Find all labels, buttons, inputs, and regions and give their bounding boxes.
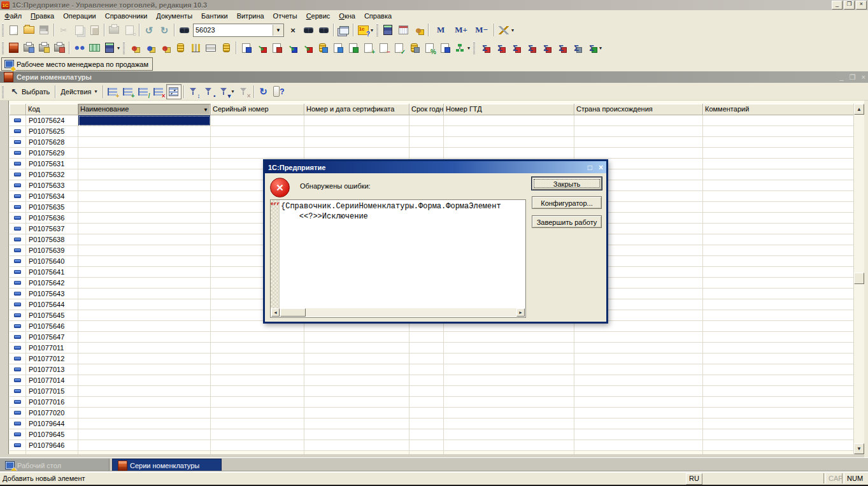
cell-empty[interactable] (78, 115, 211, 126)
cell-empty[interactable] (211, 126, 304, 137)
language-indicator[interactable]: RU (686, 473, 702, 485)
calculator-icon[interactable] (380, 22, 395, 38)
cell-empty[interactable] (304, 386, 409, 397)
cell-code[interactable]: P01075644 (26, 299, 78, 310)
cell-empty[interactable] (78, 159, 211, 169)
dialog-button-завершитьработу[interactable]: Завершить работу (532, 215, 602, 228)
workspace-button[interactable]: ◆ Рабочее место менеджера по продажам (1, 57, 153, 71)
row-marker-icon[interactable] (10, 289, 26, 299)
cell-empty[interactable] (409, 137, 444, 148)
cell-empty[interactable] (444, 148, 574, 159)
security-icon[interactable]: ☻ (411, 22, 426, 38)
cell-empty[interactable] (78, 310, 211, 321)
cell-empty[interactable] (703, 180, 855, 191)
cell-empty[interactable] (444, 354, 574, 364)
minimize-icon[interactable]: _ (832, 1, 843, 10)
row-marker-icon[interactable] (10, 386, 26, 397)
cell-empty[interactable] (211, 332, 304, 343)
cell-empty[interactable] (304, 397, 409, 408)
cell-code[interactable]: P01077013 (26, 364, 78, 375)
dropdown-arrow-icon[interactable]: ▾ (117, 45, 120, 51)
cell-code[interactable]: P01075635 (26, 202, 78, 213)
cell-empty[interactable] (444, 375, 574, 386)
cell-empty[interactable] (78, 256, 211, 267)
cell-empty[interactable] (574, 148, 703, 159)
column-header-страна происхождения[interactable]: Страна происхождения (574, 104, 703, 115)
windows-icon[interactable] (336, 22, 351, 38)
cell-empty[interactable] (78, 375, 211, 386)
row-marker-icon[interactable] (10, 375, 26, 386)
cell-code[interactable]: P01075643 (26, 289, 78, 299)
table-row[interactable]: P01075647 (10, 332, 855, 343)
menu-item-бантики[interactable]: Бантики (197, 11, 232, 20)
stock-chart-icon[interactable] (188, 40, 203, 55)
cell-empty[interactable] (703, 321, 855, 332)
cell-empty[interactable] (409, 115, 444, 126)
cell-code[interactable]: P01077012 (26, 354, 78, 364)
actions-button[interactable]: Действия▾ (57, 85, 100, 99)
print-preview-icon[interactable]: ○ (122, 22, 137, 38)
cell-empty[interactable] (444, 408, 574, 418)
cell-code[interactable]: P01077016 (26, 397, 78, 408)
totals-check-icon[interactable]: Σ (584, 40, 599, 55)
cell-empty[interactable] (409, 375, 444, 386)
menu-item-витрина[interactable]: Витрина (232, 11, 269, 20)
show-marked-icon[interactable] (166, 84, 181, 99)
cell-empty[interactable] (78, 299, 211, 310)
tools-icon[interactable] (496, 22, 511, 38)
cell-empty[interactable] (703, 159, 855, 169)
counterparties-icon[interactable]: ☻☻ (71, 40, 87, 55)
row-marker-icon[interactable] (10, 278, 26, 289)
find-next-icon[interactable] (301, 22, 316, 38)
cell-empty[interactable] (78, 224, 211, 234)
calendar-icon[interactable] (395, 22, 411, 38)
child-close-icon[interactable]: × (862, 73, 865, 82)
doc-person-icon[interactable] (437, 40, 452, 55)
row-marker-icon[interactable] (10, 159, 26, 169)
select-button[interactable]: ↖Выбрать (6, 85, 53, 99)
menu-item-отчеты[interactable]: Отчеты (269, 11, 302, 20)
cell-empty[interactable] (409, 148, 444, 159)
row-marker-icon[interactable] (10, 267, 26, 278)
export-red-cube-2-icon[interactable]: ↘ (299, 40, 315, 55)
dropdown-arrow-icon[interactable]: ▾ (599, 45, 602, 51)
cell-empty[interactable] (703, 191, 855, 202)
cell-empty[interactable] (409, 332, 444, 343)
cell-code[interactable]: P01075646 (26, 321, 78, 332)
coins-stack-icon[interactable] (173, 40, 188, 55)
dialog-button-закрыть[interactable]: Закрыть (532, 177, 602, 190)
paste-icon[interactable] (87, 22, 102, 38)
cell-code[interactable]: P01075624 (26, 115, 78, 126)
row-marker-icon[interactable] (10, 321, 26, 332)
row-marker-icon[interactable] (10, 418, 26, 429)
cell-empty[interactable] (444, 364, 574, 375)
memory-plus-button[interactable]: M+ (451, 22, 471, 38)
cell-code[interactable]: P01075625 (26, 126, 78, 137)
cell-code[interactable]: P01075629 (26, 148, 78, 159)
column-header-номер гтд[interactable]: Номер ГТД (444, 104, 574, 115)
cell-empty[interactable] (444, 126, 574, 137)
scroll-up-icon[interactable]: ▲ (854, 104, 864, 115)
row-marker-icon[interactable] (10, 245, 26, 256)
cell-empty[interactable] (574, 408, 703, 418)
toolbar-grip[interactable] (376, 24, 378, 36)
cell-empty[interactable] (703, 310, 855, 321)
search-input[interactable] (194, 26, 273, 34)
print-form-blue-icon[interactable] (21, 40, 36, 55)
cell-empty[interactable] (78, 202, 211, 213)
payments-icon[interactable] (87, 40, 102, 55)
table-row[interactable]: P01075625 (10, 126, 855, 137)
help-icon[interactable]: ? (271, 84, 287, 99)
search-dropdown-icon[interactable]: ▼ (273, 25, 283, 36)
row-marker-icon[interactable] (10, 397, 26, 408)
clear-search-icon[interactable]: × (285, 22, 301, 38)
totals-cube-2-icon[interactable]: Σ (538, 40, 553, 55)
dropdown-arrow-icon[interactable]: ▾ (232, 89, 234, 94)
cell-empty[interactable] (211, 354, 304, 364)
cell-empty[interactable] (211, 429, 304, 440)
memory-minus-button[interactable]: M− (471, 22, 492, 38)
print-form-yellow-icon[interactable] (36, 40, 52, 55)
cell-empty[interactable] (703, 418, 855, 429)
money-coins-icon[interactable] (218, 40, 234, 55)
row-marker-icon[interactable] (10, 137, 26, 148)
